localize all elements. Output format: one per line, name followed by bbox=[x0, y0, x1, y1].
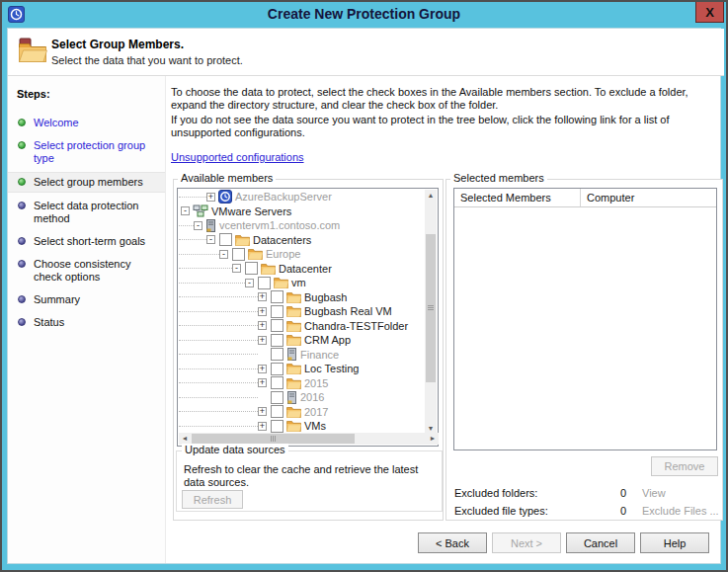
step-item-select-short-term-goals[interactable]: Select short-term goals bbox=[8, 232, 165, 251]
screenshot-stage: Create New Protection Group X Select Gro… bbox=[0, 0, 728, 572]
selected-members-label: Selected members bbox=[450, 172, 547, 184]
tree-item-europe[interactable]: -Europe bbox=[179, 247, 426, 262]
tree-item-label: VMs bbox=[304, 420, 326, 432]
step-bullet-icon bbox=[18, 237, 26, 245]
help-button[interactable]: Help bbox=[640, 532, 709, 553]
tree-item-checkbox[interactable] bbox=[271, 290, 283, 303]
excluded-folders-count: 0 bbox=[620, 487, 626, 499]
tree-item-checkbox[interactable] bbox=[232, 248, 245, 261]
expander-plus-icon[interactable]: + bbox=[258, 378, 267, 387]
tree-item-vms[interactable]: +VMs bbox=[179, 419, 426, 434]
tree-item-datacenter[interactable]: -Datacenter bbox=[179, 262, 426, 277]
tree-item-loc-testing[interactable]: +Loc Testing bbox=[179, 362, 426, 376]
expander-plus-icon[interactable]: + bbox=[258, 336, 267, 345]
expander-minus-icon[interactable]: - bbox=[206, 235, 215, 244]
tree-connector-line bbox=[179, 268, 232, 269]
tree-item-vm[interactable]: -vm bbox=[179, 276, 426, 290]
column-header-computer[interactable]: Computer bbox=[581, 189, 634, 206]
tree-item-chandra-testfolder[interactable]: +Chandra-TESTFolder bbox=[179, 319, 426, 334]
tree-item-checkbox[interactable] bbox=[271, 376, 283, 389]
tree-item-checkbox[interactable] bbox=[271, 334, 283, 347]
tree-item-label: Loc Testing bbox=[304, 363, 359, 374]
column-header-selected-members[interactable]: Selected Members bbox=[454, 189, 581, 206]
tree-item-azurebackupserver[interactable]: +AzureBackupServer bbox=[179, 190, 426, 204]
scroll-right-icon[interactable]: ► bbox=[427, 433, 439, 445]
tree-item-label: AzureBackupServer bbox=[235, 191, 332, 203]
step-item-status[interactable]: Status bbox=[8, 313, 165, 332]
tree-item-label: Finance bbox=[300, 349, 339, 361]
folder-icon bbox=[286, 334, 301, 346]
tree-item-bugbash-real-vm[interactable]: +Bugbash Real VM bbox=[179, 304, 426, 319]
dialog-content: Select Group Members. Select the data th… bbox=[7, 28, 721, 564]
step-item-select-protection-group-type[interactable]: Select protection group type bbox=[8, 136, 165, 168]
scrollbar-grip-icon bbox=[271, 436, 277, 442]
refresh-button[interactable]: Refresh bbox=[182, 490, 243, 509]
tree-item-label: 2015 bbox=[304, 377, 328, 389]
tree-item-2015[interactable]: +2015 bbox=[179, 376, 426, 391]
tree-item-finance[interactable]: Finance bbox=[179, 348, 426, 363]
expander-minus-icon[interactable]: - bbox=[194, 221, 202, 230]
expander-plus-icon[interactable]: + bbox=[258, 365, 267, 373]
horizontal-scrollbar-thumb[interactable] bbox=[192, 434, 355, 444]
folder-icon bbox=[286, 305, 301, 317]
expander-minus-icon[interactable]: - bbox=[219, 250, 228, 259]
tree-item-checkbox[interactable] bbox=[271, 420, 283, 433]
view-link[interactable]: View bbox=[642, 487, 666, 499]
tree-item-checkbox[interactable] bbox=[271, 305, 283, 318]
step-bullet-icon bbox=[18, 295, 26, 303]
expander-plus-icon[interactable]: + bbox=[258, 292, 267, 301]
tree-item-vcentervm1-contoso-com[interactable]: -vcentervm1.contoso.com bbox=[179, 218, 426, 233]
expander-plus-icon[interactable]: + bbox=[258, 422, 267, 431]
tree-item-checkbox[interactable] bbox=[245, 262, 258, 275]
tree-item-2016[interactable]: 2016 bbox=[179, 390, 426, 405]
tree-item-label: Chandra-TESTFolder bbox=[304, 320, 408, 332]
unsupported-configurations-link[interactable]: Unsupported configurations bbox=[171, 151, 304, 163]
expander-minus-icon[interactable]: - bbox=[245, 279, 254, 287]
step-item-choose-consistency-check-options[interactable]: Choose consistency check options bbox=[8, 255, 165, 286]
cancel-button[interactable]: Cancel bbox=[566, 532, 635, 553]
tree-connector-line bbox=[179, 254, 219, 255]
tree-connector-line bbox=[179, 354, 258, 355]
tree-connector-line bbox=[179, 397, 258, 398]
expander-minus-icon[interactable]: - bbox=[181, 206, 190, 215]
folder-icon bbox=[286, 363, 301, 374]
steps-sidebar: Steps: WelcomeSelect protection group ty… bbox=[8, 76, 166, 563]
tree-item-checkbox[interactable] bbox=[258, 277, 271, 289]
tree-item-checkbox[interactable] bbox=[271, 363, 283, 375]
step-item-summary[interactable]: Summary bbox=[8, 290, 165, 309]
step-item-welcome[interactable]: Welcome bbox=[8, 114, 165, 132]
tree-item-bugbash[interactable]: +Bugbash bbox=[179, 290, 426, 305]
dialog-title: Create New Protection Group bbox=[2, 6, 726, 22]
exclude-files-link[interactable]: Exclude Files ... bbox=[642, 505, 719, 517]
tree-item-2017[interactable]: +2017 bbox=[179, 405, 426, 420]
folder-icon bbox=[286, 406, 301, 418]
selected-members-groupbox: Selected MembersComputer Remove Excluded… bbox=[445, 179, 723, 521]
tree-item-vmware-servers[interactable]: -VMware Servers bbox=[179, 204, 426, 219]
available-members-groupbox: +AzureBackupServer-VMware Servers-vcente… bbox=[173, 179, 444, 521]
expander-plus-icon[interactable]: + bbox=[258, 321, 267, 330]
expander-plus-icon[interactable]: + bbox=[258, 307, 267, 316]
tree-item-label: Datacenter bbox=[279, 263, 332, 275]
step-item-select-data-protection-method[interactable]: Select data protection method bbox=[8, 197, 165, 228]
tree-item-checkbox[interactable] bbox=[271, 319, 283, 332]
tree-item-datacenters[interactable]: -Datacenters bbox=[179, 233, 426, 248]
instruction-paragraph-1: To choose the data to protect, select th… bbox=[171, 86, 716, 112]
vertical-scrollbar[interactable]: ▲ ▼ bbox=[425, 190, 437, 435]
step-item-select-group-members[interactable]: Select group members bbox=[8, 172, 165, 193]
title-bar[interactable]: Create New Protection Group X bbox=[2, 2, 726, 28]
back-button[interactable]: < Back bbox=[418, 532, 487, 553]
scroll-up-icon[interactable]: ▲ bbox=[425, 190, 437, 202]
expander-minus-icon[interactable]: - bbox=[232, 264, 241, 273]
expander-plus-icon[interactable]: + bbox=[206, 193, 215, 202]
tree-item-checkbox[interactable] bbox=[271, 391, 283, 404]
vertical-scrollbar-thumb[interactable] bbox=[426, 234, 436, 382]
tree-item-label: Bugbash Real VM bbox=[304, 305, 392, 317]
tree-item-checkbox[interactable] bbox=[271, 348, 283, 361]
remove-button[interactable]: Remove bbox=[651, 456, 718, 476]
next-button[interactable]: Next > bbox=[492, 532, 561, 553]
tree-item-checkbox[interactable] bbox=[219, 233, 232, 246]
close-button[interactable]: X bbox=[695, 2, 724, 23]
tree-item-checkbox[interactable] bbox=[271, 405, 283, 418]
tree-item-crm-app[interactable]: +CRM App bbox=[179, 333, 426, 348]
expander-plus-icon[interactable]: + bbox=[258, 407, 267, 416]
